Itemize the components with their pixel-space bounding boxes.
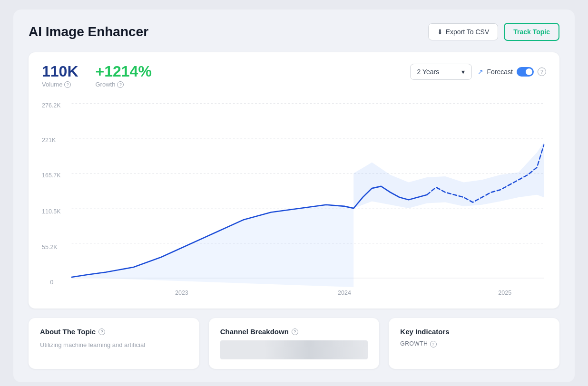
svg-text:221K: 221K <box>42 136 56 144</box>
volume-label: Volume ? <box>42 81 78 88</box>
about-topic-card: About The Topic ? Utilizing machine lear… <box>29 318 199 369</box>
volume-help-icon[interactable]: ? <box>64 81 71 88</box>
key-indicators-card: Key Indicators GROWTH ? <box>389 318 559 369</box>
chart-svg: 276.2K 221K 165.7K 110.5K 55.2K 0 <box>42 97 546 297</box>
chart-meta: 110K Volume ? +1214% Growth ? 2 Years <box>42 64 546 88</box>
channel-breakdown-title: Channel Breakdown ? <box>220 328 368 336</box>
svg-text:2024: 2024 <box>338 289 351 296</box>
chart-area: 276.2K 221K 165.7K 110.5K 55.2K 0 <box>42 97 546 297</box>
growth-indicator-help-icon[interactable]: ? <box>430 341 437 347</box>
header-actions: ⬇ Export To CSV Track Topic <box>428 23 559 41</box>
svg-text:110.5K: 110.5K <box>42 207 61 215</box>
channel-breakdown-card: Channel Breakdown ? <box>209 318 380 369</box>
channel-breakdown-content <box>220 340 368 359</box>
forecast-toggle[interactable] <box>517 67 534 77</box>
growth-metric: +1214% Growth ? <box>96 64 152 88</box>
main-container: AI Image Enhancer ⬇ Export To CSV Track … <box>13 10 575 382</box>
about-topic-title: About The Topic ? <box>40 328 188 336</box>
channel-help-icon[interactable]: ? <box>292 328 298 335</box>
growth-indicator-label: GROWTH ? <box>400 340 548 347</box>
time-period-select[interactable]: 2 Years ▾ <box>410 64 472 80</box>
metrics-container: 110K Volume ? +1214% Growth ? <box>42 64 152 88</box>
about-topic-text: Utilizing machine learning and artificia… <box>40 340 188 350</box>
chart-controls: 2 Years ▾ ↗ Forecast ? <box>410 64 546 80</box>
bottom-cards: About The Topic ? Utilizing machine lear… <box>29 318 559 369</box>
forecast-info-icon[interactable]: ? <box>538 68 546 76</box>
key-indicators-title: Key Indicators <box>400 328 548 336</box>
page-header: AI Image Enhancer ⬇ Export To CSV Track … <box>29 23 559 41</box>
download-icon: ⬇ <box>437 28 443 36</box>
page-title: AI Image Enhancer <box>29 24 148 39</box>
svg-text:2023: 2023 <box>175 289 188 296</box>
export-button[interactable]: ⬇ Export To CSV <box>428 23 499 40</box>
svg-text:276.2K: 276.2K <box>42 101 61 109</box>
forecast-control: ↗ Forecast ? <box>478 67 546 77</box>
volume-metric: 110K Volume ? <box>42 64 78 88</box>
growth-help-icon[interactable]: ? <box>117 81 124 88</box>
growth-value: +1214% <box>96 64 152 79</box>
about-help-icon[interactable]: ? <box>98 328 105 335</box>
svg-text:2025: 2025 <box>498 289 511 296</box>
trend-icon: ↗ <box>478 68 483 76</box>
svg-text:55.2K: 55.2K <box>42 243 58 251</box>
chart-card: 110K Volume ? +1214% Growth ? 2 Years <box>29 52 559 309</box>
svg-text:0: 0 <box>50 278 53 286</box>
growth-label: Growth ? <box>96 81 152 88</box>
chevron-down-icon: ▾ <box>461 68 465 76</box>
track-topic-button[interactable]: Track Topic <box>504 23 559 41</box>
volume-value: 110K <box>42 64 78 79</box>
svg-text:165.7K: 165.7K <box>42 171 61 179</box>
